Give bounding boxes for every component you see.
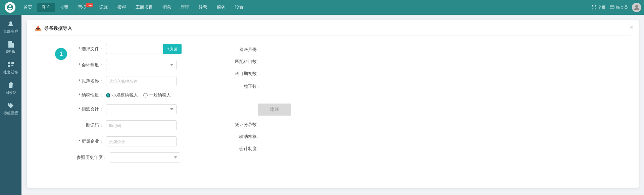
voucher-entries-label: 凭证分录数：: [231, 122, 261, 128]
affiliated-enterprise-row: * 所属企业：: [77, 136, 217, 146]
right-accounting-system-row: 会计制度：: [231, 146, 631, 152]
nav-item-customers[interactable]: 客户: [37, 3, 55, 12]
reference-history-select[interactable]: [110, 152, 180, 162]
sidebar-item-account-migration[interactable]: 账套迁移: [0, 58, 21, 77]
sidebar-item-all-customers[interactable]: 全部客户: [0, 17, 21, 37]
svg-rect-0: [610, 6, 614, 9]
move-icon: [7, 61, 14, 68]
tax-type-label: * 纳税性质：: [77, 92, 103, 98]
trash-icon: [7, 81, 14, 89]
nav-item-tax[interactable]: 报税: [113, 3, 131, 12]
voucher-count-label: 凭证数：: [231, 83, 261, 89]
sidebar: 全部客户 0申报 账套迁移 回收站 标签设置: [0, 15, 21, 195]
subject-initial-label: 科目期初数：: [231, 71, 261, 77]
accounting-system-label: * 会计制度：: [77, 62, 103, 68]
file-input-wrap: +浏览: [106, 44, 182, 54]
right-accounting-system-label: 会计制度：: [231, 146, 261, 152]
member-btn[interactable]: 畅会员: [610, 5, 628, 10]
nav-item-operations[interactable]: 经营: [194, 3, 212, 12]
logo[interactable]: [3, 0, 17, 15]
browse-button[interactable]: +浏览: [163, 44, 182, 54]
assigned-accountant-row: * 指派会计：: [77, 104, 217, 114]
affiliated-enterprise-label: * 所属企业：: [77, 138, 103, 144]
svg-rect-3: [8, 62, 10, 64]
tax-type-general-radio[interactable]: 一般纳税人: [143, 92, 171, 98]
assigned-accountant-select[interactable]: [106, 104, 177, 114]
build-account-button[interactable]: 建账: [258, 104, 291, 116]
nav-item-bookkeeping[interactable]: 记账: [95, 3, 113, 12]
nav-item-management[interactable]: 管理: [176, 3, 194, 12]
reference-history-label: 参照历史年度：: [77, 154, 107, 160]
subject-initial-row: 科目期初数：: [231, 71, 631, 77]
mnemonic-row: 助记码：: [77, 120, 217, 130]
form-right: 建账月份： 匹配科目数： 科目期初数： 凭证数：: [217, 44, 631, 162]
mnemonic-label: 助记码：: [77, 122, 103, 128]
svg-rect-5: [8, 65, 10, 67]
tax-type-small-input[interactable]: [106, 93, 110, 97]
match-subjects-row: 匹配科目数：: [231, 59, 631, 65]
mnemonic-input[interactable]: [106, 120, 177, 130]
build-month-label: 建账月份：: [231, 47, 261, 53]
assigned-accountant-label: * 指派会计：: [77, 106, 103, 112]
nav-right: 全屏 畅会员: [592, 3, 641, 12]
tax-type-row: * 纳税性质： 小规模纳税人 一般纳税人: [77, 92, 217, 98]
dialog-header: 📥 导爷数据导入: [35, 25, 631, 36]
voucher-entries-row: 凭证分录数：: [231, 122, 631, 128]
match-subjects-label: 匹配科目数：: [231, 59, 261, 65]
svg-point-1: [635, 5, 638, 8]
step-indicator: 1: [55, 48, 67, 60]
accounting-system-select[interactable]: [106, 60, 177, 70]
nav-items: 首页 客户 收费 票据 new 记账 报税 工商项目 消息 管理 经营 服务 设…: [19, 3, 592, 12]
nav-item-services[interactable]: 服务: [212, 3, 230, 12]
sidebar-item-zero-declaration[interactable]: 0申报: [0, 38, 21, 57]
nav-item-home[interactable]: 首页: [19, 3, 37, 12]
file-input[interactable]: [106, 44, 163, 54]
affiliated-enterprise-input[interactable]: [106, 136, 177, 146]
form-area: 1 * 选择文件： +浏览: [35, 36, 631, 162]
build-month-row: 建账月份：: [231, 47, 631, 53]
svg-point-2: [9, 21, 12, 24]
nav-item-billing[interactable]: 收费: [55, 3, 73, 12]
app-layout: 全部客户 0申报 账套迁移 回收站 标签设置: [0, 15, 644, 195]
auxiliary-accounting-row: 辅助核算：: [231, 134, 631, 140]
nav-item-messages[interactable]: 消息: [158, 3, 176, 12]
tag-icon: [7, 102, 14, 109]
dialog-close-button[interactable]: ×: [630, 24, 633, 30]
sidebar-item-trash[interactable]: 回收站: [0, 79, 21, 98]
main-content: 📥 导爷数据导入 × 1 * 选择文件：: [21, 15, 644, 195]
select-file-row: * 选择文件： +浏览: [77, 44, 217, 54]
auxiliary-accounting-label: 辅助核算：: [231, 134, 261, 140]
svg-rect-4: [11, 62, 14, 64]
nav-item-settings[interactable]: 设置: [230, 3, 248, 12]
tax-type-general-input[interactable]: [143, 93, 148, 97]
ledger-name-input[interactable]: [106, 76, 177, 86]
tax-type-radio-group: 小规模纳税人 一般纳税人: [106, 92, 171, 98]
import-icon: 📥: [35, 25, 41, 31]
voucher-count-row: 凭证数：: [231, 83, 631, 89]
ledger-name-row: * 账簿名称：: [77, 76, 217, 86]
form-left: * 选择文件： +浏览 * 会计制度：: [77, 44, 217, 162]
nav-item-industrial[interactable]: 工商项目: [131, 3, 158, 12]
tax-type-small-radio[interactable]: 小规模纳税人: [106, 92, 138, 98]
fullscreen-btn[interactable]: 全屏: [592, 5, 606, 10]
person-icon: [7, 20, 14, 27]
dialog-card: 📥 导爷数据导入 × 1 * 选择文件：: [27, 20, 639, 188]
select-file-label: * 选择文件：: [77, 46, 103, 52]
nav-item-tickets[interactable]: 票据 new: [73, 3, 95, 12]
accounting-system-row: * 会计制度：: [77, 60, 217, 70]
dialog-title: 导爷数据导入: [44, 25, 72, 31]
file-icon: [7, 41, 14, 48]
ledger-name-label: * 账簿名称：: [77, 78, 103, 84]
reference-history-row: 参照历史年度：: [77, 152, 217, 162]
sidebar-item-tag-settings[interactable]: 标签设置: [0, 99, 21, 118]
new-badge: new: [86, 3, 93, 7]
user-avatar[interactable]: [632, 3, 641, 12]
top-navigation: 首页 客户 收费 票据 new 记账 报税 工商项目 消息 管理 经营 服务 设…: [0, 0, 644, 15]
